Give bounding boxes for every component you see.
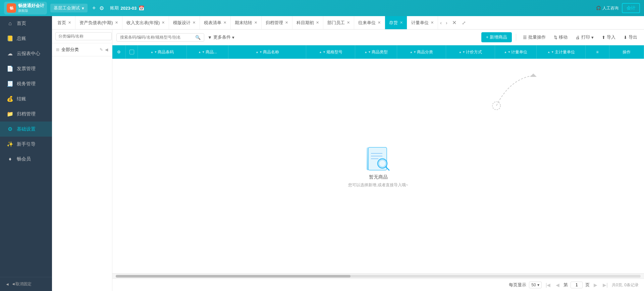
tab-dept-close[interactable]: ✕ — [347, 20, 350, 25]
tab-home[interactable]: 首页 ✕ — [53, 16, 75, 29]
separator — [516, 34, 516, 41]
sidebar-item-invoice[interactable]: 📄 发票管理 — [0, 61, 52, 76]
sidebar-label-tax: 税务管理 — [17, 81, 36, 87]
settings-icon[interactable]: ⚙ — [99, 5, 104, 11]
collapse-panel-icon[interactable]: ◀ — [105, 47, 108, 52]
sidebar-item-ledger[interactable]: 📒 总账 — [0, 31, 52, 46]
logo-area[interactable]: 畅 畅捷通好会计 旗舰版 — [4, 2, 47, 14]
tab-template-close[interactable]: ✕ — [193, 20, 196, 25]
close-accounts-icon: 💰 — [7, 96, 13, 102]
period-value: 2023-03 — [121, 6, 137, 11]
tab-tax-close[interactable]: ✕ — [223, 20, 226, 25]
user-badge[interactable]: 会计 — [622, 3, 640, 13]
sidebar-item-member[interactable]: ♦ 畅会员 — [0, 152, 52, 166]
next-page-button[interactable]: ▶ — [592, 282, 599, 288]
sidebar-item-close[interactable]: 💰 结账 — [0, 91, 52, 106]
th-extra[interactable]: ≡ — [586, 45, 609, 59]
th-barcode[interactable]: ▲ ▼ 商品条码 — [138, 45, 187, 59]
new-product-button[interactable]: + 新增商品 — [481, 32, 512, 42]
tab-subject-close[interactable]: ✕ — [316, 20, 319, 25]
help-button[interactable]: 🎧 人工咨询 — [596, 5, 619, 11]
tab-inventory-close[interactable]: ✕ — [400, 20, 403, 25]
tab-inventory[interactable]: 存货 ✕ — [385, 16, 407, 29]
th-product-type[interactable]: ▲ ▼ 商品类型 — [355, 45, 397, 59]
tab-unit[interactable]: 计量单位 ✕ — [407, 16, 438, 29]
tab-balance-sheet[interactable]: 资产负债表(中期) ✕ — [75, 16, 122, 29]
tab-prev-button[interactable]: ‹ — [438, 20, 444, 26]
company-selector[interactable]: 基层工会测试 ▾ — [50, 4, 88, 12]
th-product-category[interactable]: ▲ ▼ 商品分类 — [397, 45, 446, 59]
tab-balance-close[interactable]: ✕ — [115, 20, 118, 25]
sidebar-item-archive[interactable]: 📁 归档管理 — [0, 106, 52, 122]
tab-subject[interactable]: 科目期初 ✕ — [292, 16, 323, 29]
tab-income-close[interactable]: ✕ — [162, 20, 165, 25]
th-main-unit[interactable]: ▲ ▼ 主计量单位 — [537, 45, 586, 59]
export-button[interactable]: ⬇ 导出 — [621, 33, 640, 42]
edit-category-icon[interactable]: ✎ — [100, 47, 103, 52]
tab-home-close[interactable]: ✕ — [68, 20, 71, 25]
unpin-label: ◄取消固定 — [11, 281, 32, 287]
type-sort-desc: ▼ — [368, 50, 371, 54]
first-page-button[interactable]: |◀ — [544, 282, 552, 288]
page-number-input[interactable] — [571, 282, 583, 288]
all-categories-item[interactable]: ⊞ 全部分类 ✎ ◀ — [52, 43, 112, 56]
add-tab-button[interactable]: + — [92, 5, 96, 12]
unit-col-label: 计量单位 — [511, 49, 527, 55]
th-spec[interactable]: ▲ ▼ 规格型号 — [306, 45, 355, 59]
tab-period-close-icon[interactable]: ✕ — [254, 20, 257, 25]
last-page-button[interactable]: ▶| — [601, 282, 609, 288]
sidebar-item-cloud[interactable]: ☁ 云报表中心 — [0, 46, 52, 61]
sidebar-item-tax[interactable]: 🧾 税务管理 — [0, 76, 52, 91]
expand-tab-button[interactable]: ⤢ — [459, 20, 469, 26]
sidebar-item-guide[interactable]: ✨ 新手引导 — [0, 137, 52, 152]
tab-period-close[interactable]: 期末结转 ✕ — [231, 16, 262, 29]
import-button[interactable]: ⬆ 导入 — [599, 33, 618, 42]
tab-dept[interactable]: 部门员工 ✕ — [323, 16, 354, 29]
sidebar-label-archive: 归档管理 — [17, 111, 36, 117]
app-logo-icon: 畅 — [7, 3, 16, 13]
prev-page-button[interactable]: ◀ — [554, 282, 561, 288]
period-label: 账期 — [110, 5, 119, 11]
th-checkbox[interactable] — [126, 45, 138, 59]
sidebar-item-home[interactable]: ⌂ 首页 — [0, 16, 52, 31]
per-page-select[interactable]: 50 ▾ — [529, 282, 541, 288]
tab-partner[interactable]: 往来单位 ✕ — [354, 16, 385, 29]
th-unit[interactable]: ▲ ▼ 计量单位 — [495, 45, 537, 59]
price-col-label: 计价方式 — [466, 49, 482, 55]
tab-tax[interactable]: 税表清单 ✕ — [200, 16, 231, 29]
app-edition: 旗舰版 — [18, 8, 44, 13]
batch-operation-button[interactable]: ☰ 批量操作 — [520, 33, 548, 42]
unpin-button[interactable]: ◄ ◄取消固定 — [5, 281, 47, 287]
left-panel: 🔍 ⊞ 全部分类 ✎ ◀ — [52, 30, 112, 291]
product-search-input[interactable] — [120, 35, 194, 40]
select-all-checkbox[interactable] — [129, 50, 134, 54]
tab-archive-close[interactable]: ✕ — [285, 20, 288, 25]
more-filter-button[interactable]: ▼ 更多条件 ▾ — [208, 34, 234, 40]
tab-unit-close[interactable]: ✕ — [431, 20, 434, 25]
close-all-tabs-button[interactable]: ✕ — [449, 19, 459, 26]
calendar-icon[interactable]: 📅 — [139, 5, 144, 11]
move-button[interactable]: ⇅ 移动 — [551, 33, 570, 42]
product-search-icon[interactable]: 🔍 — [195, 35, 201, 40]
th-product-name[interactable]: ▲ ▼ 商品名称 — [228, 45, 306, 59]
th-settings[interactable]: ⚙ — [112, 45, 126, 59]
pagination: 每页显示 50 ▾ |◀ ◀ 第 页 ▶ ▶| 共0页, 0条记录 — [112, 279, 644, 291]
print-button[interactable]: 🖨 打印 ▾ — [573, 33, 596, 42]
th-price-method[interactable]: ▲ ▼ 计价方式 — [446, 45, 495, 59]
tab-inventory-label: 存货 — [389, 20, 398, 26]
tab-partner-close[interactable]: ✕ — [378, 20, 381, 25]
tab-dept-label: 部门员工 — [327, 20, 345, 26]
scroll-thumb[interactable] — [116, 275, 351, 278]
tab-income[interactable]: 收入支出表(年报) ✕ — [122, 16, 169, 29]
svg-marker-0 — [530, 74, 537, 77]
tab-template[interactable]: 模版设计 ✕ — [169, 16, 200, 29]
category-search-input[interactable] — [55, 32, 112, 40]
home-icon: ⌂ — [7, 20, 13, 27]
tab-bar: 首页 ✕ 资产负债表(中期) ✕ 收入支出表(年报) ✕ 模版设计 ✕ 税表清单… — [52, 16, 644, 30]
horizontal-scrollbar[interactable] — [112, 273, 644, 279]
member-icon: ♦ — [7, 156, 13, 162]
tab-archive[interactable]: 归档管理 ✕ — [262, 16, 292, 29]
sidebar-item-settings[interactable]: ⚙ 基础设置 — [0, 122, 52, 137]
tab-next-button[interactable]: › — [444, 20, 449, 26]
th-product-code[interactable]: ▲ ▼ 商品... — [187, 45, 228, 59]
